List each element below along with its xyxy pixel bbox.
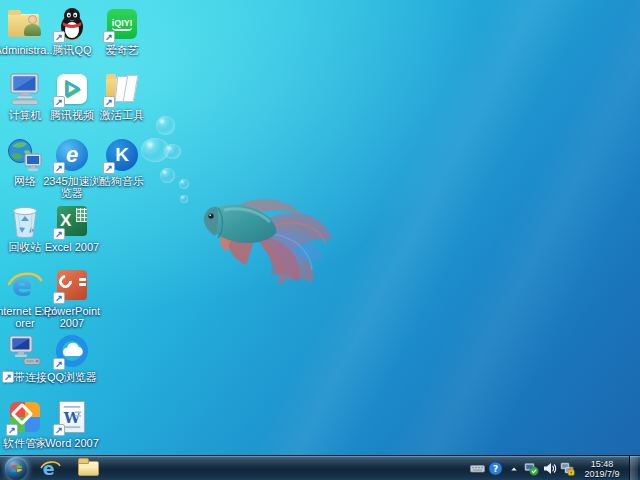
bubble [164, 144, 181, 159]
shortcut-arrow-icon: ↗ [53, 162, 65, 174]
shortcut-arrow-icon: ↗ [6, 424, 18, 436]
qq-browser-icon: ↗ [54, 333, 90, 369]
shortcut-arrow-icon: ↗ [53, 228, 65, 240]
recycle-bin-icon [7, 203, 43, 239]
desktop-icon-iqiyi[interactable]: iQIYI ↗ 爱奇艺 [97, 6, 147, 56]
taskbar-internet-explorer[interactable]: e [34, 456, 66, 480]
folder-icon [78, 461, 99, 476]
show-desktop-button[interactable] [629, 456, 638, 480]
desktop[interactable]: Administra... 计算机 [0, 0, 640, 480]
svg-text:W: W [63, 409, 81, 426]
desktop-icon-tencent-qq[interactable]: ↗ 腾讯QQ [47, 6, 97, 56]
network-globe-icon [7, 137, 43, 173]
qq-penguin-icon: ↗ [54, 6, 90, 42]
icon-label: 爱奇艺 [91, 44, 153, 56]
desktop-icon-powerpoint-2007[interactable]: ↗ PowerPoint 2007 [47, 267, 97, 329]
bubble [180, 195, 188, 203]
help-icon[interactable]: ? [488, 461, 503, 476]
software-manager-icon: ↗ [7, 399, 43, 435]
internet-explorer-icon: e [7, 267, 43, 303]
svg-text:?: ? [493, 464, 498, 474]
excel-icon: X ↗ [54, 203, 90, 239]
start-button[interactable] [5, 457, 28, 480]
bubble [160, 168, 175, 183]
tencent-video-icon: ↗ [54, 71, 90, 107]
icon-label: QQ浏览器 [41, 371, 103, 383]
shortcut-arrow-icon: ↗ [103, 162, 115, 174]
shortcut-arrow-icon: ↗ [2, 371, 14, 383]
shortcut-arrow-icon: ↗ [53, 96, 65, 108]
word-icon: W ↗ [54, 399, 90, 435]
desktop-icon-activation-tools[interactable]: ↗ 激活工具 [97, 71, 147, 121]
shortcut-arrow-icon: ↗ [53, 31, 65, 43]
input-device-icon[interactable] [470, 461, 485, 476]
shortcut-arrow-icon: ↗ [103, 96, 115, 108]
open-folder-icon: ↗ [104, 71, 140, 107]
show-hidden-icons-button[interactable] [506, 461, 521, 476]
iqiyi-icon: iQIYI ↗ [104, 6, 140, 42]
2345-browser-icon: e ↗ [54, 137, 90, 173]
tray-time: 15:48 [580, 459, 624, 469]
desktop-icon-qq-browser[interactable]: ↗ QQ浏览器 [47, 333, 97, 383]
user-folder-icon [7, 6, 43, 42]
icon-label: PowerPoint 2007 [41, 305, 103, 329]
shortcut-arrow-icon: ↗ [53, 358, 65, 370]
betta-fish-graphic [198, 186, 340, 294]
windows-logo-icon [10, 462, 23, 475]
desktop-icon-tencent-video[interactable]: ↗ 腾讯视频 [47, 71, 97, 121]
kugou-music-icon: K ↗ [104, 137, 140, 173]
taskbar-windows-explorer[interactable] [72, 456, 104, 480]
powerpoint-icon: ↗ [54, 267, 90, 303]
desktop-icon-2345-browser[interactable]: e ↗ 2345加速浏览器 [47, 137, 97, 199]
desktop-icon-excel-2007[interactable]: X ↗ Excel 2007 [47, 203, 97, 253]
tray-clock[interactable]: 15:48 2019/7/9 [580, 459, 624, 479]
shortcut-arrow-icon: ↗ [103, 31, 115, 43]
taskbar: e ? [0, 455, 640, 480]
tray-date: 2019/7/9 [580, 469, 624, 479]
broadband-connection-icon [7, 333, 43, 369]
desktop-icon-word-2007[interactable]: W ↗ Word 2007 [47, 399, 97, 449]
system-tray: ? [470, 456, 640, 480]
icon-label: 酷狗音乐 [91, 175, 153, 187]
internet-explorer-icon: e [40, 458, 61, 479]
bubble [156, 116, 175, 135]
volume-icon[interactable] [542, 461, 557, 476]
desktop-icon-kugou-music[interactable]: K ↗ 酷狗音乐 [97, 137, 147, 187]
icon-label: Word 2007 [41, 437, 103, 449]
shortcut-arrow-icon: ↗ [53, 424, 65, 436]
bubble [179, 179, 189, 189]
shortcut-arrow-icon: ↗ [53, 292, 65, 304]
computer-icon [7, 71, 43, 107]
icon-label: 激活工具 [91, 109, 153, 121]
icon-label: Excel 2007 [41, 241, 103, 253]
network-warning-icon[interactable] [560, 461, 575, 476]
safety-status-icon[interactable] [524, 461, 539, 476]
